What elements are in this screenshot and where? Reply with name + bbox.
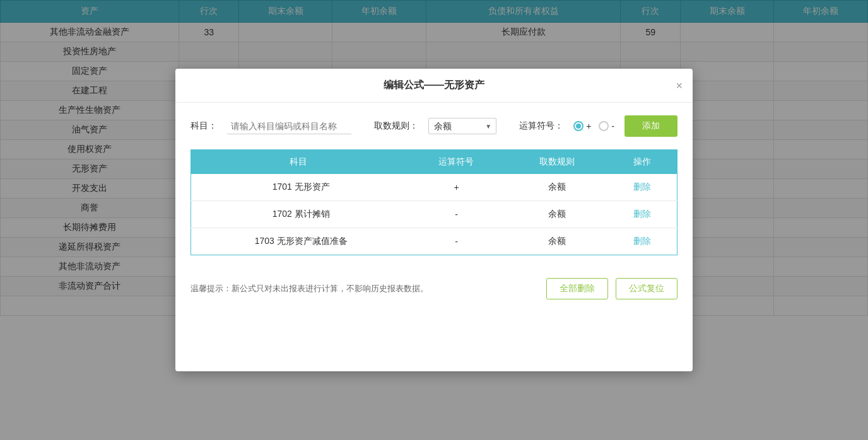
formula-row: 1703 无形资产减值准备-余额删除 xyxy=(191,228,677,255)
operator-minus-label: - xyxy=(611,121,614,131)
formula-rule: 余额 xyxy=(507,201,607,228)
formula-subject: 1701 无形资产 xyxy=(191,174,406,201)
formula-table: 科目 运算符号 取数规则 操作 1701 无形资产+余额删除1702 累计摊销-… xyxy=(191,149,677,255)
formula-row: 1702 累计摊销-余额删除 xyxy=(191,201,677,228)
reset-formula-button[interactable]: 公式复位 xyxy=(616,278,677,299)
th-operator: 运算符号 xyxy=(406,150,507,175)
warning-text: 温馨提示：新公式只对未出报表进行计算，不影响历史报表数据。 xyxy=(191,283,428,294)
add-button[interactable]: 添加 xyxy=(625,115,677,137)
operator-label: 运算符号： xyxy=(519,120,563,132)
delete-row-button[interactable]: 删除 xyxy=(633,209,651,219)
formula-operator: - xyxy=(406,228,507,255)
formula-subject: 1702 累计摊销 xyxy=(191,201,406,228)
formula-rule: 余额 xyxy=(507,228,607,255)
modal-overlay: 编辑公式——无形资产 × 科目： 取数规则： 余额 借方发生额 贷方发生额 ▼ … xyxy=(0,0,868,440)
form-row: 科目： 取数规则： 余额 借方发生额 贷方发生额 ▼ 运算符号： + xyxy=(191,115,677,137)
table-header-row: 科目 运算符号 取数规则 操作 xyxy=(191,150,677,175)
radio-minus-circle xyxy=(599,121,609,131)
modal-footer: 温馨提示：新公式只对未出报表进行计算，不影响历史报表数据。 全部删除 公式复位 xyxy=(175,268,693,299)
operator-plus-label: + xyxy=(586,121,591,131)
th-action: 操作 xyxy=(607,150,677,175)
radio-plus-circle xyxy=(573,121,584,131)
delete-row-button[interactable]: 删除 xyxy=(633,182,651,192)
th-rule: 取数规则 xyxy=(507,150,607,175)
formula-rule: 余额 xyxy=(507,174,607,201)
rule-select[interactable]: 余额 借方发生额 贷方发生额 xyxy=(428,118,496,134)
formula-subject: 1703 无形资产减值准备 xyxy=(191,228,406,255)
rule-label: 取数规则： xyxy=(374,120,418,132)
formula-operator: - xyxy=(406,201,507,228)
rule-select-wrapper: 余额 借方发生额 贷方发生额 ▼ xyxy=(428,118,496,134)
formula-action: 删除 xyxy=(607,174,677,201)
footer-buttons: 全部删除 公式复位 xyxy=(546,278,677,299)
delete-all-button[interactable]: 全部删除 xyxy=(546,278,608,299)
modal-body: 科目： 取数规则： 余额 借方发生额 贷方发生额 ▼ 运算符号： + xyxy=(175,103,693,268)
modal-header: 编辑公式——无形资产 × xyxy=(175,69,693,103)
modal-title: 编辑公式——无形资产 xyxy=(384,79,484,90)
operator-radio-group: + - xyxy=(573,121,614,131)
subject-label: 科目： xyxy=(191,120,217,132)
formula-row: 1701 无形资产+余额删除 xyxy=(191,174,677,201)
delete-row-button[interactable]: 删除 xyxy=(633,236,651,246)
formula-action: 删除 xyxy=(607,201,677,228)
formula-action: 删除 xyxy=(607,228,677,255)
th-subject: 科目 xyxy=(191,150,406,175)
modal-close-button[interactable]: × xyxy=(676,80,683,91)
operator-minus-radio[interactable]: - xyxy=(599,121,614,131)
operator-plus-radio[interactable]: + xyxy=(573,121,591,131)
subject-input[interactable] xyxy=(227,119,351,134)
modal-dialog: 编辑公式——无形资产 × 科目： 取数规则： 余额 借方发生额 贷方发生额 ▼ … xyxy=(175,69,693,371)
formula-operator: + xyxy=(406,174,507,201)
